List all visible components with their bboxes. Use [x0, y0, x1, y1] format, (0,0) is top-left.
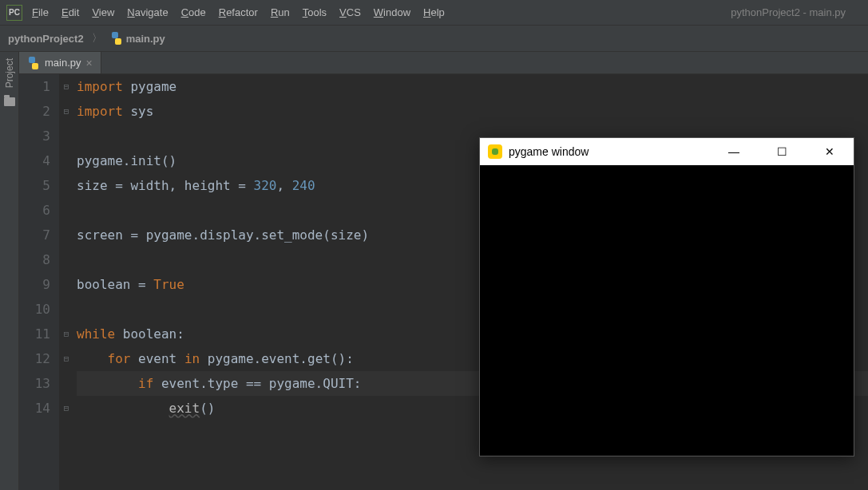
fold-toggle [59, 124, 73, 148]
pygame-window-title: pygame window [509, 145, 589, 158]
fold-gutter: ⊟⊟⊟⊟⊟ [59, 74, 73, 490]
window-title: pythonProject2 - main.py [731, 6, 846, 18]
editor-tab-label: main.py [45, 57, 81, 69]
line-number-gutter: 1234567891011121314 [19, 74, 59, 490]
menu-file[interactable]: File [32, 6, 49, 18]
fold-toggle[interactable]: ⊟ [59, 74, 73, 99]
line-number: 13 [19, 371, 50, 396]
breadcrumb-file[interactable]: main.py [110, 32, 165, 45]
line-number: 6 [19, 198, 50, 223]
fold-toggle [59, 297, 73, 322]
breadcrumb-project-label: pythonProject2 [8, 33, 84, 45]
menu-code[interactable]: Code [181, 6, 206, 18]
line-number: 12 [19, 346, 50, 371]
menu-vcs[interactable]: VCS [339, 6, 361, 18]
fold-toggle[interactable]: ⊟ [59, 346, 73, 371]
fold-toggle [59, 198, 73, 223]
line-number: 9 [19, 272, 50, 297]
fold-toggle [59, 371, 73, 396]
fold-toggle [59, 272, 73, 297]
python-file-icon [110, 32, 123, 45]
pygame-window: pygame window — ☐ ✕ [479, 137, 854, 456]
menu-tools[interactable]: Tools [303, 6, 327, 18]
fold-toggle [59, 148, 73, 173]
code-line[interactable]: import sys [77, 99, 868, 124]
menu-run[interactable]: Run [271, 6, 290, 18]
menu-window[interactable]: Window [374, 6, 410, 18]
chevron-right-icon: 〉 [92, 31, 102, 45]
menu-refactor[interactable]: Refactor [219, 6, 258, 18]
fold-toggle [59, 223, 73, 247]
pycharm-logo-icon: PC [6, 5, 22, 21]
titlebar: PC FileEditViewNavigateCodeRefactorRunTo… [0, 0, 868, 26]
line-number: 1 [19, 74, 50, 99]
menu-navigate[interactable]: Navigate [127, 6, 168, 18]
line-number: 3 [19, 124, 50, 148]
fold-toggle[interactable]: ⊟ [59, 322, 73, 346]
menu-edit[interactable]: Edit [61, 6, 79, 18]
breadcrumb-project[interactable]: pythonProject2 [8, 33, 84, 45]
minimize-button[interactable]: — [718, 145, 750, 158]
code-line[interactable]: import pygame [77, 74, 868, 99]
folder-icon[interactable] [4, 97, 15, 106]
menu-help[interactable]: Help [423, 6, 445, 18]
pygame-titlebar[interactable]: pygame window — ☐ ✕ [480, 138, 854, 165]
line-number: 7 [19, 223, 50, 247]
pygame-app-icon [488, 144, 502, 159]
line-number: 5 [19, 173, 50, 198]
project-tool-button[interactable]: Project [4, 58, 15, 88]
line-number: 2 [19, 99, 50, 124]
python-file-icon [27, 57, 40, 69]
menu-view[interactable]: View [92, 6, 114, 18]
breadcrumb-bar: pythonProject2 〉 main.py [0, 26, 868, 52]
editor-tabbar: main.py × [19, 52, 868, 74]
line-number: 14 [19, 396, 50, 421]
fold-toggle[interactable]: ⊟ [59, 396, 73, 421]
line-number: 4 [19, 148, 50, 173]
tool-window-bar: Project [0, 52, 19, 490]
line-number: 11 [19, 322, 50, 346]
close-tab-icon[interactable]: × [86, 57, 93, 69]
breadcrumb-file-label: main.py [126, 33, 165, 45]
fold-toggle [59, 173, 73, 198]
maximize-button[interactable]: ☐ [766, 145, 798, 158]
line-number: 10 [19, 297, 50, 322]
close-button[interactable]: ✕ [814, 145, 846, 158]
line-number: 8 [19, 247, 50, 272]
fold-toggle [59, 247, 73, 272]
main-menu: FileEditViewNavigateCodeRefactorRunTools… [32, 6, 445, 18]
fold-toggle[interactable]: ⊟ [59, 99, 73, 124]
editor-tab-main[interactable]: main.py × [19, 52, 101, 73]
